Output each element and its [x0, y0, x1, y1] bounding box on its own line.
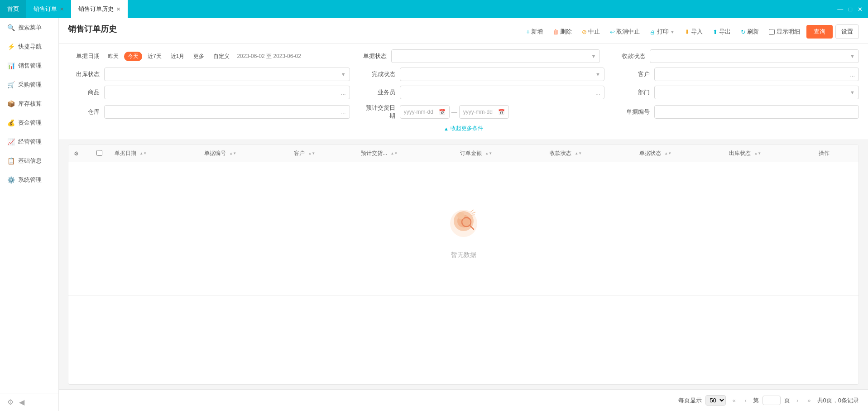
- salesperson-dots[interactable]: ...: [595, 89, 600, 96]
- collapse-button[interactable]: ▲ 收起更多条件: [442, 123, 485, 134]
- warehouse-status-select[interactable]: ▼: [104, 68, 350, 81]
- tab-home[interactable]: 首页: [0, 0, 26, 18]
- filter-row-4: 仓库 ... 预计交货日期 yyyy-mm-dd 📅 — yyyy-mm-dd: [68, 104, 859, 120]
- date-label: 单据日期: [68, 52, 104, 60]
- col-expected-date[interactable]: 预计交货... ▲▼: [355, 145, 455, 162]
- sidebar-item-business[interactable]: 📈 经营管理: [0, 132, 58, 151]
- settings-button[interactable]: 设置: [835, 24, 859, 39]
- select-all-checkbox[interactable]: [96, 150, 102, 156]
- empty-row: 暂无数据: [68, 162, 858, 296]
- col-bill-no[interactable]: 单据编号 ▲▼: [199, 145, 288, 162]
- export-btn[interactable]: ⬆ 导出: [709, 26, 734, 38]
- delete-icon: 🗑: [553, 29, 559, 35]
- print-btn[interactable]: 🖨 打印 ▼: [646, 26, 678, 38]
- sort-bill-no-icon: ▲▼: [229, 151, 236, 155]
- tab-sales-order-close[interactable]: ✕: [60, 6, 64, 12]
- empty-state: 暂无数据: [68, 162, 858, 295]
- col-warehouse-status[interactable]: 出库状态 ▲▼: [724, 145, 813, 162]
- query-button[interactable]: 查询: [806, 25, 833, 39]
- date-btn-more[interactable]: 更多: [190, 52, 208, 61]
- customer-dots[interactable]: ...: [850, 71, 855, 78]
- receipt-status-select[interactable]: ▼: [650, 49, 859, 63]
- show-detail-toggle[interactable]: 显示明细: [765, 26, 804, 38]
- warehouse-status-arrow: ▼: [341, 72, 346, 77]
- maximize-icon[interactable]: □: [849, 6, 852, 13]
- col-order-amount[interactable]: 订单金额 ▲▼: [455, 145, 544, 162]
- table-area: ⚙ 单据日期 ▲▼ 单据编号 ▲▼: [68, 145, 859, 385]
- sidebar-item-sys-mgmt-label: 系统管理: [18, 176, 42, 184]
- first-page-btn[interactable]: «: [729, 396, 738, 405]
- checkbox-col-header[interactable]: [91, 145, 109, 162]
- show-detail-checkbox[interactable]: [769, 29, 775, 35]
- tab-sales-history-close[interactable]: ✕: [116, 6, 120, 12]
- sidebar-item-quick-nav[interactable]: ⚡ 快捷导航: [0, 37, 58, 56]
- warehouse-filter: ...: [104, 105, 350, 119]
- tab-sales-history[interactable]: 销售订单历史 ✕: [71, 0, 128, 18]
- product-dots[interactable]: ...: [341, 89, 346, 96]
- finance-icon: 💰: [7, 119, 14, 126]
- bill-no-input[interactable]: [654, 105, 859, 119]
- new-btn[interactable]: + 新增: [523, 26, 547, 38]
- last-page-btn[interactable]: »: [805, 396, 813, 405]
- delete-btn[interactable]: 🗑 删除: [549, 26, 575, 38]
- prev-page-btn[interactable]: ‹: [742, 396, 749, 405]
- sidebar-item-sales-label: 销售管理: [18, 62, 42, 70]
- complete-status-select[interactable]: ▼: [400, 68, 604, 81]
- product-filter: ...: [104, 86, 350, 99]
- dept-select[interactable]: ▼: [654, 86, 859, 99]
- next-page-btn[interactable]: ›: [794, 396, 801, 405]
- cancel-stop-btn[interactable]: ↩ 取消中止: [606, 26, 643, 38]
- page-size-select[interactable]: 50: [705, 395, 726, 406]
- close-icon[interactable]: ✕: [858, 6, 863, 13]
- table-settings-icon[interactable]: ⚙: [74, 150, 79, 157]
- sidebar-item-search-label: 搜索菜单: [18, 24, 42, 32]
- warehouse-dots[interactable]: ...: [341, 109, 346, 116]
- sidebar-item-basic-info[interactable]: 📋 基础信息: [0, 151, 58, 170]
- cal-end-icon: 📅: [498, 109, 505, 115]
- product-input[interactable]: ...: [104, 86, 350, 99]
- date-btn-yesterday[interactable]: 昨天: [104, 52, 122, 61]
- col-customer[interactable]: 客户 ▲▼: [288, 145, 355, 162]
- sidebar-item-purchase[interactable]: 🛒 采购管理: [0, 75, 58, 94]
- sidebar-item-sys-mgmt[interactable]: ⚙️ 系统管理: [0, 170, 58, 189]
- sidebar-collapse-icon[interactable]: ◀: [19, 398, 24, 406]
- bill-status-label: 单据状态: [355, 52, 391, 60]
- receipt-status-arrow: ▼: [850, 53, 855, 59]
- customer-label: 客户: [618, 70, 654, 78]
- date-btn-7days[interactable]: 近7天: [144, 52, 165, 61]
- date-btn-1month[interactable]: 近1月: [167, 52, 188, 61]
- salesperson-input[interactable]: ...: [400, 86, 604, 99]
- sidebar-item-sales[interactable]: 📊 销售管理: [0, 56, 58, 75]
- import-btn[interactable]: ⬇ 导入: [681, 26, 706, 38]
- expected-date-end[interactable]: yyyy-mm-dd 📅: [459, 105, 509, 119]
- col-receipt-status[interactable]: 收款状态 ▲▼: [544, 145, 634, 162]
- date-range-text: 2023-06-02 至 2023-06-02: [237, 53, 301, 60]
- table-body: 暂无数据: [68, 162, 858, 296]
- col-bill-status[interactable]: 单据状态 ▲▼: [634, 145, 724, 162]
- warehouse-input[interactable]: ...: [104, 105, 350, 119]
- customer-input[interactable]: ...: [654, 68, 859, 81]
- top-right-icons: — □ ✕: [837, 6, 868, 13]
- refresh-btn[interactable]: ↻ 刷新: [737, 26, 762, 38]
- table-header-row: ⚙ 单据日期 ▲▼ 单据编号 ▲▼: [68, 145, 858, 162]
- sidebar-item-purchase-label: 采购管理: [18, 81, 42, 89]
- date-btn-today[interactable]: 今天: [124, 52, 142, 61]
- sidebar-settings-icon[interactable]: ⚙: [7, 398, 14, 406]
- stop-btn[interactable]: ⊘ 中止: [578, 26, 604, 38]
- date-btn-custom[interactable]: 自定义: [210, 52, 233, 61]
- bill-status-select[interactable]: ▼: [391, 49, 600, 63]
- current-page-input[interactable]: 1: [762, 396, 781, 405]
- tab-sales-order[interactable]: 销售订单 ✕: [26, 0, 71, 18]
- sidebar-item-finance[interactable]: 💰 资金管理: [0, 113, 58, 132]
- settings-col-header[interactable]: ⚙: [68, 145, 91, 162]
- warehouse-label: 仓库: [68, 108, 104, 116]
- sidebar-item-inventory-label: 库存核算: [18, 100, 42, 108]
- col-date[interactable]: 单据日期 ▲▼: [109, 145, 199, 162]
- expected-date-label: 预计交货日期: [364, 104, 400, 120]
- sidebar-item-search-menu[interactable]: 🔍 搜索菜单: [0, 18, 58, 37]
- sidebar-item-inventory[interactable]: 📦 库存核算: [0, 94, 58, 113]
- sort-expected-date-icon: ▲▼: [390, 151, 398, 155]
- expected-date-start[interactable]: yyyy-mm-dd 📅: [400, 105, 450, 119]
- toolbar: + 新增 🗑 删除 ⊘ 中止 ↩ 取消中止: [523, 24, 859, 39]
- minimize-icon[interactable]: —: [837, 6, 843, 13]
